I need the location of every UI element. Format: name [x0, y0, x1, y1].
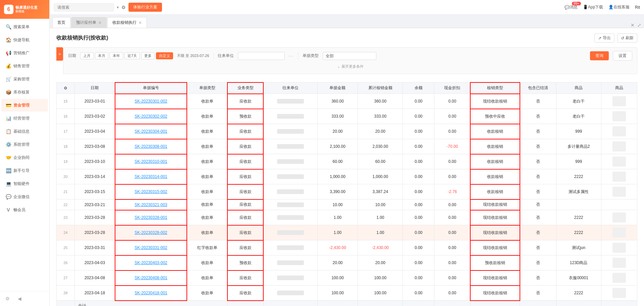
total-type	[470, 301, 520, 306]
gear-icon[interactable]: ⚙	[121, 5, 126, 10]
tab-prepay[interactable]: 预计应付单 ✕	[71, 17, 107, 28]
operation-icon: 📊	[5, 115, 11, 121]
filter-expand[interactable]: ⌄ 展开更多条件	[68, 63, 632, 70]
th-type[interactable]: 核销类型	[470, 82, 520, 94]
hardware-icon: 💻	[5, 181, 11, 187]
masked-partner	[277, 189, 304, 194]
bill-no-link[interactable]: SK-20230321-003	[135, 202, 167, 207]
row-amount: 20.00	[317, 124, 358, 139]
bill-no-link[interactable]: SK-20230328-001	[135, 215, 167, 220]
bill-no-link[interactable]: SK-20230304-001	[135, 129, 167, 134]
sidebar-item-basic[interactable]: 📋基础信息	[1, 125, 48, 138]
this-year-btn[interactable]: 本年	[110, 52, 123, 59]
th-amount[interactable]: 单据金额	[317, 82, 358, 94]
th-settings[interactable]: ⚙	[57, 82, 75, 94]
bill-no-link[interactable]: SK-20230328-002	[135, 230, 167, 235]
row-bill-type: 收款单	[187, 109, 227, 124]
tab-collection[interactable]: 收款核销执行 ✕	[107, 17, 147, 28]
sidebar-item-marketing[interactable]: 📢营销推广	[1, 47, 48, 59]
more-date-btn[interactable]: 更多	[141, 52, 155, 59]
sidebar-item-system[interactable]: ⚙️系统管理	[1, 138, 48, 151]
bill-no-link[interactable]: SK-20230310-001	[135, 159, 167, 164]
sidebar-item-sales[interactable]: 💰销售管理	[1, 60, 48, 72]
last-month-btn[interactable]: 上月	[80, 52, 94, 59]
row-product: 衣服00001	[556, 270, 601, 286]
row-type: 现结收款核销	[470, 286, 520, 301]
row-type: 收款核销	[470, 139, 520, 154]
user-name[interactable]: Rit	[635, 5, 640, 10]
bill-no-link[interactable]: SK-20230408-001	[135, 276, 167, 280]
row-partner	[263, 124, 317, 139]
page-content: 收款核销执行(按收款) ↗ 导出 ↺ 刷新 » 日期	[50, 28, 644, 306]
refresh-btn[interactable]: ↺ 刷新	[617, 34, 637, 43]
dropdown-arrow-icon[interactable]: ▾	[117, 5, 119, 10]
query-btn[interactable]: 查询	[590, 51, 609, 60]
app-download[interactable]: 📱App下载	[583, 4, 603, 10]
settings-btn[interactable]: 设置	[613, 51, 632, 61]
row-bill-no: SK-20230331-002	[115, 240, 187, 255]
row-amount: 60.00	[317, 154, 358, 169]
tab-maximize-icon[interactable]: ⤢	[637, 22, 641, 28]
th-bill-no[interactable]: 单据编号	[115, 82, 187, 94]
row-included: 否	[520, 255, 556, 270]
filter-collapse-toggle[interactable]: »	[56, 47, 63, 61]
tab-home-label: 首页	[57, 20, 65, 25]
receipt-type-select[interactable]: 全部 收款单 红字收款单	[323, 52, 376, 60]
sidebar-item-purchase[interactable]: 🛒采购管理	[1, 73, 48, 85]
bill-no-link[interactable]: SK-20230331-002	[135, 245, 167, 250]
th-biz-type[interactable]: 业务类型	[227, 82, 263, 94]
tab-close-all-icon[interactable]: ✕	[631, 22, 635, 28]
th-product2[interactable]: 商品	[601, 82, 637, 94]
last-7days-btn[interactable]: 近7天	[124, 52, 140, 59]
th-balance[interactable]: 余额	[403, 82, 434, 94]
counterparty-input[interactable]	[238, 52, 285, 60]
search-input[interactable]	[54, 3, 114, 11]
custom-date-btn[interactable]: 自定义	[156, 52, 173, 59]
th-partner[interactable]: 往来单位	[263, 82, 317, 94]
row-type: 收款核销	[470, 184, 520, 199]
sidebar-item-hardware[interactable]: 💻智能硬件	[1, 177, 48, 190]
main-content: ▾ ⚙ 体验行业方案 💬 消息 99+ 📱App下载 👤在线客服 Rit 首页 …	[50, 0, 644, 306]
th-discount[interactable]: 现金折扣	[434, 82, 470, 94]
tab-collection-close[interactable]: ✕	[139, 20, 142, 25]
sidebar-item-finance[interactable]: 💳资金管理	[1, 99, 48, 112]
row-partner	[263, 199, 317, 210]
sidebar-item-search[interactable]: 🔍搜索菜单	[1, 20, 48, 33]
th-bill-type[interactable]: 单据类型	[187, 82, 227, 94]
messages-badge[interactable]: 💬 消息 99+	[565, 4, 578, 10]
bill-no-link[interactable]: SK-20230314-001	[135, 174, 167, 179]
collapse-icon[interactable]: ◀	[15, 294, 24, 303]
bill-no-link[interactable]: SK-20230315-002	[135, 189, 167, 194]
th-write-off[interactable]: 累计核销金额	[358, 82, 403, 94]
sidebar-item-corp[interactable]: 🤝企业协同	[1, 151, 48, 164]
table-row: 17 2023-03-04 SK-20230304-001 收款单 应收款 20…	[57, 124, 637, 139]
th-included[interactable]: 包含已结清	[520, 82, 556, 94]
bill-no-link[interactable]: SK-20230301-002	[135, 99, 167, 104]
settings-icon[interactable]: ⚙	[3, 294, 12, 303]
row-write-off: 20.00	[358, 255, 403, 270]
row-write-off: -2,430.00	[358, 240, 403, 255]
sidebar-item-member[interactable]: V畅会员	[1, 203, 48, 216]
th-product[interactable]: 商品	[556, 82, 601, 94]
tab-home[interactable]: 首页	[52, 17, 70, 28]
sidebar-item-stock[interactable]: 📦库存核算	[1, 86, 48, 99]
row-biz-type: 应收款	[227, 240, 263, 255]
row-discount: 0.00	[434, 154, 470, 169]
sidebar-item-shortcut[interactable]: 🏠快捷导航	[1, 34, 48, 46]
total-amount	[317, 301, 358, 306]
sidebar-item-guide[interactable]: 🆕新手引导	[1, 164, 48, 177]
tab-prepay-close[interactable]: ✕	[98, 20, 102, 25]
sidebar-item-wechat[interactable]: 💬企业微信	[1, 190, 48, 203]
bill-no-link[interactable]: SK-20230302-002	[135, 114, 167, 119]
industry-btn[interactable]: 体验行业方案	[128, 3, 162, 12]
online-service[interactable]: 👤在线客服	[608, 4, 630, 10]
row-discount: 0.00	[434, 225, 470, 240]
bill-no-link[interactable]: SK-20230403-002	[135, 260, 167, 265]
this-month-btn[interactable]: 本月	[95, 52, 108, 59]
bill-no-link[interactable]: SK-20230418-001	[135, 291, 167, 295]
bill-no-link[interactable]: SK-20230308-001	[135, 144, 167, 149]
sidebar-item-operation[interactable]: 📊经营管理	[1, 112, 48, 125]
th-date[interactable]: 日期	[74, 82, 115, 94]
export-btn[interactable]: ↗ 导出	[594, 34, 614, 43]
row-write-off: 60.00	[358, 154, 403, 169]
